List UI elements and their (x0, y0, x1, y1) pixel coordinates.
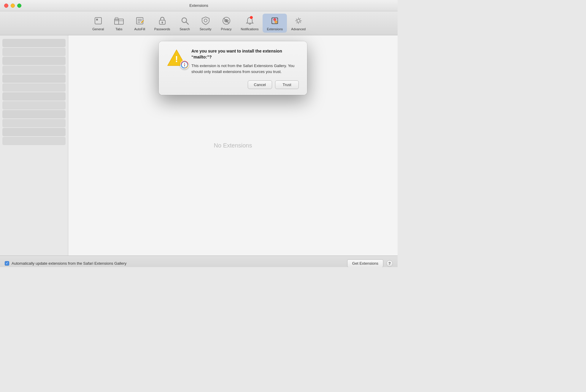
extensions-label: Extensions (267, 27, 283, 31)
notifications-label: Notifications (241, 27, 259, 31)
toolbar-item-extensions[interactable]: Extensions (263, 14, 287, 33)
sidebar-item (2, 137, 66, 145)
close-button[interactable] (4, 4, 8, 8)
minimize-button[interactable] (11, 4, 15, 8)
trust-button[interactable]: Trust (275, 80, 299, 89)
dialog-text: Are you sure you want to install the ext… (191, 48, 299, 74)
dialog-icon: ! (167, 48, 186, 67)
toolbar-item-privacy[interactable]: Privacy (216, 14, 237, 33)
svg-point-17 (204, 19, 207, 22)
window-title: Extensions (189, 3, 208, 8)
toolbar-item-tabs[interactable]: Tabs (109, 14, 129, 33)
sidebar-item (2, 66, 66, 74)
toolbar-item-autofill[interactable]: AutoFill (129, 14, 150, 33)
tabs-label: Tabs (115, 27, 122, 31)
privacy-label: Privacy (221, 27, 232, 31)
svg-rect-1 (96, 19, 98, 20)
title-bar: Extensions (0, 0, 398, 11)
toolbar: General Tabs AutoFill (0, 11, 398, 35)
sidebar-item (2, 128, 66, 136)
passwords-icon (157, 15, 168, 26)
dialog-body: This extension is not from the Safari Ex… (191, 63, 299, 74)
sidebar-item (2, 83, 66, 92)
toolbar-item-passwords[interactable]: Passwords (150, 14, 174, 33)
dialog: ! (159, 41, 307, 95)
extensions-icon (269, 15, 280, 26)
search-label: Search (180, 27, 190, 31)
bottom-bar: ✓ Automatically update extensions from t… (0, 255, 398, 267)
auto-update-label: Automatically update extensions from the… (12, 261, 126, 266)
toolbar-item-notifications[interactable]: Notifications (237, 14, 263, 33)
privacy-icon (221, 15, 232, 26)
advanced-label: Advanced (291, 27, 306, 31)
sidebar-item (2, 39, 66, 47)
toolbar-item-advanced[interactable]: Advanced (287, 14, 310, 33)
help-button[interactable]: ? (386, 260, 393, 267)
autofill-icon (134, 15, 145, 26)
sidebar-item (2, 110, 66, 118)
search-icon (180, 15, 190, 26)
traffic-lights (4, 4, 21, 8)
security-icon (200, 15, 211, 26)
svg-point-13 (161, 22, 163, 23)
notifications-icon (244, 15, 255, 26)
toolbar-item-general[interactable]: General (88, 14, 109, 33)
svg-point-23 (297, 19, 300, 22)
get-extensions-button[interactable]: Get Extensions (347, 259, 383, 267)
safari-badge (180, 60, 189, 69)
sidebar-item (2, 57, 66, 65)
auto-update-checkbox[interactable]: ✓ (5, 261, 9, 266)
toolbar-item-search[interactable]: Search (174, 14, 195, 33)
svg-rect-0 (95, 18, 101, 24)
notification-badge (250, 16, 253, 19)
checkbox-wrap: ✓ Automatically update extensions from t… (5, 261, 344, 266)
general-label: General (92, 27, 104, 31)
tabs-icon (114, 15, 124, 26)
dialog-buttons: Cancel Trust (167, 80, 299, 89)
autofill-label: AutoFill (134, 27, 145, 31)
sidebar-item (2, 48, 66, 56)
general-icon (93, 15, 104, 26)
svg-line-16 (186, 22, 188, 24)
sidebar-item (2, 74, 66, 83)
sidebar-item (2, 119, 66, 127)
dialog-title: Are you sure you want to install the ext… (191, 48, 299, 60)
sidebar (0, 35, 68, 255)
sidebar-item (2, 92, 66, 101)
dialog-top: ! (167, 48, 299, 74)
main-content: No Extensions ! (0, 35, 398, 255)
content-panel: No Extensions ! (68, 35, 398, 255)
sidebar-item (2, 101, 66, 109)
passwords-label: Passwords (154, 27, 170, 31)
advanced-icon (293, 15, 304, 26)
dialog-overlay: ! (68, 35, 398, 255)
cancel-button[interactable]: Cancel (248, 80, 272, 89)
security-label: Security (200, 27, 212, 31)
maximize-button[interactable] (17, 4, 21, 8)
svg-text:!: ! (175, 54, 178, 64)
toolbar-item-security[interactable]: Security (195, 14, 216, 33)
